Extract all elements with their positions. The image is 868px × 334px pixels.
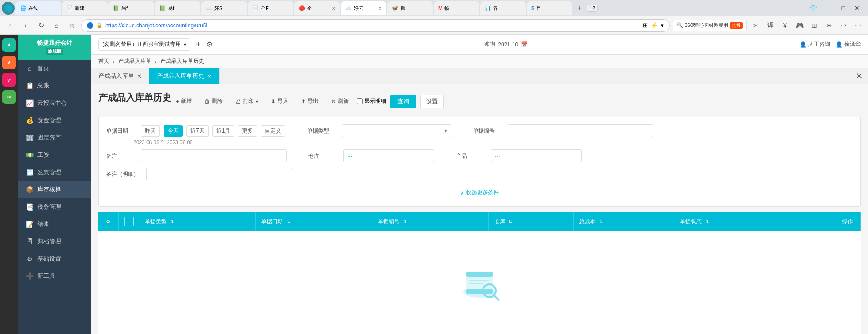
detail-remark-input[interactable]: [146, 168, 292, 180]
col-warehouse[interactable]: 仓库 ⇅: [488, 212, 573, 231]
col-type[interactable]: 单据类型 ⇅: [139, 212, 256, 231]
header-checkbox[interactable]: [124, 217, 134, 226]
shirt-icon[interactable]: 👕: [806, 4, 820, 13]
minimize-button[interactable]: —: [823, 4, 835, 13]
new-tab-button[interactable]: +: [573, 2, 586, 15]
breadcrumb-home[interactable]: 首页: [98, 57, 109, 65]
search-box[interactable]: 🔍 360智能抠图免费用 热搜: [673, 20, 747, 31]
col-gear-icon[interactable]: ⚙: [106, 218, 111, 225]
date-btn-more[interactable]: 更多: [238, 125, 257, 137]
collapse-btn[interactable]: ∧ 收起更多条件: [106, 186, 853, 199]
col-number-label: 单据编号: [378, 218, 400, 225]
col-gear[interactable]: ⚙: [98, 212, 118, 231]
theme-btn[interactable]: ☀: [822, 19, 835, 32]
nav-item-new-tool[interactable]: ➕ 新工具: [18, 267, 91, 285]
browser-tab-10[interactable]: M 畅: [434, 1, 479, 15]
bookmark-button[interactable]: ☆: [66, 19, 78, 32]
forward-button[interactable]: ›: [19, 19, 32, 32]
more-btn[interactable]: ⋯: [852, 19, 864, 32]
col-status[interactable]: 单据状态 ⇅: [674, 212, 791, 231]
home-button[interactable]: ⌂: [50, 19, 63, 32]
ext-icon-3[interactable]: w: [2, 73, 16, 87]
export-btn[interactable]: ⬆ 导出: [297, 95, 323, 108]
number-filter-input[interactable]: [508, 124, 653, 137]
query-btn[interactable]: 查询: [390, 95, 416, 108]
show-detail-checkbox[interactable]: [357, 98, 363, 104]
nav-item-tax[interactable]: 📑 税务管理: [18, 198, 91, 216]
tab-close-7[interactable]: ✕: [332, 6, 335, 11]
browser-tab-9[interactable]: 🦋 腾: [387, 1, 433, 15]
scissors-btn[interactable]: ✂: [750, 19, 762, 32]
back-button[interactable]: ‹: [4, 19, 16, 32]
nav-item-home[interactable]: ⌂ 首页: [18, 60, 91, 77]
delete-btn[interactable]: 🗑 删除: [200, 95, 227, 108]
yuan-btn[interactable]: ¥: [779, 19, 791, 32]
nav-item-report[interactable]: 📈 云报表中心: [18, 94, 91, 112]
nav-item-invoice[interactable]: 🧾 发票管理: [18, 164, 91, 181]
col-date[interactable]: 单据日期 ⇅: [256, 212, 372, 231]
apps-btn[interactable]: ⊞: [808, 19, 821, 32]
page-tab-history-close[interactable]: ✕: [207, 73, 212, 80]
ext-icon-1[interactable]: ✦: [2, 38, 16, 52]
panel-close-btn[interactable]: ✕: [850, 69, 868, 83]
nav-item-ledger[interactable]: 📋 总账: [18, 77, 91, 94]
settings-action-btn[interactable]: 设置: [420, 95, 444, 108]
import-btn[interactable]: ⬇ 导入: [267, 95, 293, 108]
page-tab-history[interactable]: 产成品入库单历史 ✕: [149, 68, 220, 84]
type-filter-select[interactable]: ▾: [342, 124, 451, 137]
browser-tab-2[interactable]: 📄 新建: [62, 1, 108, 15]
user-service-btn[interactable]: 👤 人工咨询: [800, 41, 830, 48]
calendar-icon[interactable]: 📅: [521, 41, 528, 48]
nav-item-fund[interactable]: 💰 资金管理: [18, 112, 91, 129]
date-btn-7days[interactable]: 近7天: [186, 125, 209, 137]
browser-logo[interactable]: 🌐: [2, 2, 15, 15]
dropdown-arrow[interactable]: ▾: [661, 22, 664, 29]
date-btn-today[interactable]: 今天: [164, 125, 183, 137]
nav-item-inventory[interactable]: 📦 库存核算: [18, 181, 91, 198]
col-number[interactable]: 单据编号 ⇅: [372, 212, 488, 231]
add-btn[interactable]: + 新增: [171, 95, 196, 108]
nav-item-settings[interactable]: ⚙ 基础设置: [18, 250, 91, 267]
date-btn-1month[interactable]: 近1月: [212, 125, 235, 137]
browser-tab-8[interactable]: ☁️ 好云 ✕: [341, 1, 386, 15]
browser-tab-6[interactable]: 📄 个F: [248, 1, 293, 15]
browser-tab-11[interactable]: 📊 各: [480, 1, 526, 15]
nav-item-salary[interactable]: 💵 工资: [18, 146, 91, 164]
ext-icon-2[interactable]: ★: [2, 56, 16, 69]
page-tab-list-close[interactable]: ✕: [137, 73, 142, 80]
nav-item-archive[interactable]: 🗄 归档管理: [18, 233, 91, 250]
settings-gear-btn[interactable]: ⚙: [206, 40, 213, 49]
browser-tab-3[interactable]: 📗 易f: [108, 1, 154, 15]
remark-filter-input[interactable]: [141, 149, 287, 162]
warehouse-filter-select[interactable]: ···: [343, 149, 434, 162]
date-btn-custom[interactable]: 自定义: [261, 125, 285, 137]
url-bar[interactable]: 🔒 https://cloud.chanjet.com/accounting/u…: [81, 19, 670, 32]
browser-tab-12[interactable]: S 目: [527, 1, 572, 15]
translate-btn[interactable]: 译: [764, 19, 777, 32]
nav-item-asset[interactable]: 🏢 固定资产: [18, 129, 91, 146]
company-selector[interactable]: (勿删勿禁用）江西服宝测试专用 ▾: [98, 38, 190, 51]
maximize-button[interactable]: □: [839, 4, 848, 13]
ext-icon-4[interactable]: ✉: [2, 90, 16, 104]
add-company-btn[interactable]: +: [196, 40, 201, 49]
close-button[interactable]: ✕: [852, 4, 863, 13]
print-btn[interactable]: 🖨 打印 ▾: [231, 95, 263, 108]
game-btn[interactable]: 🎮: [793, 19, 806, 32]
breadcrumb-list[interactable]: 产成品入库单: [118, 57, 151, 65]
tab-close-8[interactable]: ✕: [378, 6, 382, 11]
user-avatar[interactable]: 👤 徐泽华: [836, 41, 861, 48]
browser-tab-7[interactable]: 🔴 企 ✕: [294, 1, 340, 15]
tab-count-badge[interactable]: 12: [587, 5, 598, 12]
browser-tab-4[interactable]: 📗 易f: [155, 1, 200, 15]
browser-tab-1[interactable]: 🌐 在线: [15, 1, 61, 15]
product-filter-select[interactable]: ···: [491, 149, 582, 162]
nav-item-settlement[interactable]: 📝 结账: [18, 216, 91, 233]
page-tab-list[interactable]: 产成品入库单 ✕: [91, 68, 149, 84]
col-cost[interactable]: 总成本 ⇅: [573, 212, 674, 231]
refresh-action-btn[interactable]: ↻ 刷新: [327, 95, 353, 108]
refresh-button[interactable]: ↻: [35, 19, 47, 32]
browser-tab-5[interactable]: ☁️ 好S: [201, 1, 247, 15]
undo-btn[interactable]: ↩: [837, 19, 850, 32]
col-checkbox[interactable]: [118, 212, 139, 231]
date-btn-yesterday[interactable]: 昨天: [141, 125, 160, 137]
